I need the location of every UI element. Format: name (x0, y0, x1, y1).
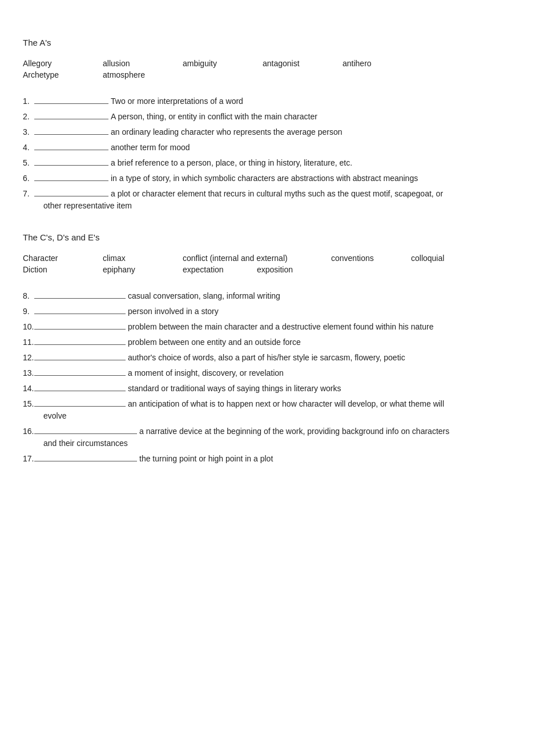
question-item: 5.a brief reference to a person, place, … (23, 157, 537, 169)
question-number: 12. (23, 352, 34, 364)
question-number: 7. (23, 188, 34, 200)
answer-blank[interactable] (34, 103, 108, 104)
question-item: 10.problem between the main character an… (23, 321, 537, 333)
term-item: antagonist (263, 59, 343, 68)
question-number: 1. (23, 95, 34, 107)
terms-row-1-1: Dictionepiphanyexpectationexposition (23, 265, 537, 274)
question-text: A person, thing, or entity in conflict w… (111, 112, 317, 121)
answer-blank[interactable] (34, 433, 137, 434)
question-number: 10. (23, 321, 34, 333)
term-item: exposition (257, 265, 331, 274)
term-item: antihero (343, 59, 422, 68)
term-item: conflict (internal and external) (183, 254, 331, 263)
question-item: 9.person involved in a story (23, 306, 537, 318)
question-text: the turning point or high point in a plo… (139, 454, 273, 463)
question-text: a narrative device at the beginning of t… (139, 427, 449, 436)
answer-blank[interactable] (34, 360, 126, 360)
question-number: 6. (23, 172, 34, 184)
section-header-0: The A's (23, 38, 537, 47)
question-item: 7.a plot or character element that recur… (23, 188, 537, 212)
question-item: 3.an ordinary leading character who repr… (23, 126, 537, 138)
answer-blank[interactable] (34, 165, 108, 166)
question-item: 13.a moment of insight, discovery, or re… (23, 367, 537, 379)
questions-section-1: 8.casual conversation, slang, informal w… (23, 290, 537, 465)
question-number: 8. (23, 290, 34, 302)
question-text: in a type of story, in which symbolic ch… (111, 174, 418, 183)
answer-blank[interactable] (34, 119, 108, 119)
question-item: 8.casual conversation, slang, informal w… (23, 290, 537, 302)
answer-blank[interactable] (34, 134, 108, 135)
question-text: problem between one entity and an outsid… (128, 338, 301, 347)
answer-blank[interactable] (34, 406, 126, 407)
question-item: 16.a narrative device at the beginning o… (23, 425, 537, 449)
question-item: 12.author's choice of words, also a part… (23, 352, 537, 364)
term-item: Diction (23, 265, 103, 274)
question-item: 2.A person, thing, or entity in conflict… (23, 111, 537, 123)
question-text: another term for mood (111, 143, 190, 152)
questions-section-0: 1.Two or more interpretations of a word2… (23, 95, 537, 212)
question-continuation: evolve (23, 410, 537, 422)
question-item: 17.the turning point or high point in a … (23, 453, 537, 465)
term-item: conventions (331, 254, 411, 263)
question-text: a brief reference to a person, place, or… (111, 158, 352, 167)
question-text: problem between the main character and a… (128, 322, 433, 331)
question-text: casual conversation, slang, informal wri… (128, 291, 280, 300)
question-number: 15. (23, 398, 34, 410)
term-item: ambiguity (183, 59, 263, 68)
terms-grid-1: Characterclimaxconflict (internal and ex… (23, 254, 537, 274)
answer-blank[interactable] (34, 344, 126, 345)
question-number: 11. (23, 336, 34, 348)
question-text: a moment of insight, discovery, or revel… (128, 368, 284, 377)
question-number: 2. (23, 111, 34, 123)
term-item: climax (103, 254, 183, 263)
term-item: expectation (183, 265, 257, 274)
question-number: 17. (23, 453, 34, 465)
answer-blank[interactable] (34, 329, 126, 330)
question-text: an ordinary leading character who repres… (111, 127, 342, 136)
section-header-1: The C's, D's and E's (23, 232, 537, 242)
term-item: Allegory (23, 59, 103, 68)
question-item: 14.standard or traditional ways of sayin… (23, 383, 537, 395)
term-item: epiphany (103, 265, 183, 274)
question-number: 14. (23, 383, 34, 395)
question-text: Two or more interpretations of a word (111, 97, 243, 106)
answer-blank[interactable] (34, 375, 126, 376)
term-item: Archetype (23, 70, 103, 79)
terms-row-0-0: Allegoryallusionambiguityantagonistantih… (23, 59, 537, 68)
answer-blank[interactable] (34, 461, 137, 461)
question-item: 6.in a type of story, in which symbolic … (23, 172, 537, 184)
answer-blank[interactable] (34, 314, 126, 314)
question-text: an anticipation of what is to happen nex… (128, 399, 444, 408)
question-item: 4.another term for mood (23, 142, 537, 154)
question-continuation: other representative item (23, 200, 537, 212)
question-item: 1.Two or more interpretations of a word (23, 95, 537, 107)
question-text: author's choice of words, also a part of… (128, 353, 405, 362)
terms-row-0-1: Archetypeatmosphere (23, 70, 537, 79)
question-text: a plot or character element that recurs … (111, 189, 443, 198)
answer-blank[interactable] (34, 150, 108, 150)
answer-blank[interactable] (34, 391, 126, 391)
answer-blank[interactable] (34, 298, 126, 299)
terms-row-1-0: Characterclimaxconflict (internal and ex… (23, 254, 537, 263)
question-number: 3. (23, 126, 34, 138)
term-item: Character (23, 254, 103, 263)
question-number: 9. (23, 306, 34, 318)
question-number: 4. (23, 142, 34, 154)
question-number: 5. (23, 157, 34, 169)
term-item: allusion (103, 59, 183, 68)
terms-grid-0: Allegoryallusionambiguityantagonistantih… (23, 59, 537, 79)
question-continuation: and their circumstances (23, 437, 537, 449)
question-text: standard or traditional ways of saying t… (128, 384, 341, 393)
question-item: 15.an anticipation of what is to happen … (23, 398, 537, 422)
term-item: colloquial (411, 254, 491, 263)
answer-blank[interactable] (34, 196, 108, 196)
term-item: atmosphere (103, 70, 183, 79)
question-item: 11.problem between one entity and an out… (23, 336, 537, 348)
question-number: 16. (23, 425, 34, 437)
question-number: 13. (23, 367, 34, 379)
question-text: person involved in a story (128, 307, 219, 316)
answer-blank[interactable] (34, 180, 108, 181)
